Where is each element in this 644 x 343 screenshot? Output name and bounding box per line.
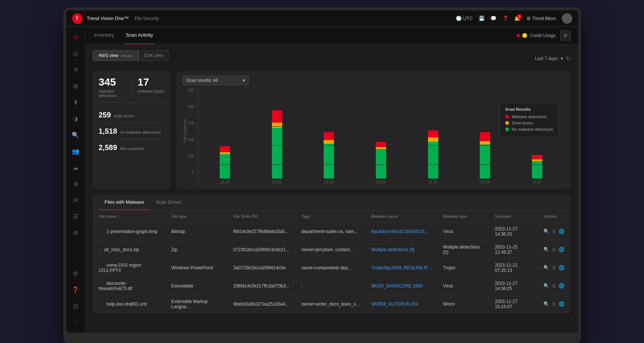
bar-date-label: 11-23 — [324, 180, 334, 184]
cell-tags: name=components dep... — [296, 259, 365, 277]
dropdown-arrow-icon: ▾ — [243, 78, 245, 83]
files-scanned-label: files scanned — [120, 146, 144, 151]
sidebar-item-xdr[interactable]: ✕ — [68, 62, 83, 77]
bar-group: 11-23 — [304, 132, 354, 184]
scan-errors-stat: 259 scan errors — [99, 107, 165, 123]
copy-action-icon[interactable]: ⧉ — [552, 301, 556, 307]
chat-icon[interactable]: 💬 — [490, 16, 496, 21]
col-malwaretype[interactable]: Malware type — [437, 210, 489, 223]
search-action-icon[interactable]: 🔍 — [543, 283, 549, 289]
files-scanned-number: 2,589 — [99, 143, 117, 152]
expand-arrow-icon[interactable]: › — [99, 247, 100, 252]
globe-action-icon[interactable]: 🌐 — [559, 283, 564, 289]
search-action-icon[interactable]: 🔍 — [543, 265, 549, 271]
copy-action-icon[interactable]: ⧉ — [552, 283, 556, 289]
search-action-icon[interactable]: 🔍 — [543, 229, 549, 234]
col-scanned[interactable]: Scanned — [489, 210, 538, 223]
bar-group: 11-27 — [513, 155, 562, 184]
col-filename[interactable]: File name ↑ — [93, 210, 166, 223]
bar-malware-seg — [324, 132, 334, 140]
cell-malwarename[interactable]: BKDR_NANOCORE.SMD — [365, 277, 437, 295]
globe-action-icon[interactable]: 🌐 — [559, 301, 564, 307]
globe-action-icon[interactable]: 🌐 — [559, 265, 564, 271]
cell-malwarename[interactable]: WORM_AUTORUN.ISV — [365, 295, 437, 313]
table-body: 1-presentation-graph.bmp Bitmap 6fd14c0e… — [93, 223, 571, 313]
search-action-icon[interactable]: 🔍 — [543, 301, 549, 307]
sidebar-item-help[interactable]: ❓ — [68, 282, 83, 297]
app-name: Trend Vision One™ — [87, 16, 129, 21]
sdk-view-button[interactable]: SDK view — [138, 50, 169, 61]
help-icon[interactable]: ❓ — [502, 16, 508, 21]
scan-results-dropdown[interactable]: Scan results: All ▾ — [182, 76, 249, 85]
sidebar-item-ops[interactable]: ⚙ — [68, 225, 83, 240]
bar-malware-seg — [480, 132, 490, 141]
cell-filename: › all_misc_docs.zip — [93, 241, 166, 259]
sidebar-item-email[interactable]: ✉ — [68, 193, 83, 207]
sidebar-item-terminal[interactable]: ⊡ — [68, 299, 83, 313]
settings-gear-button[interactable]: ⚙ — [560, 30, 571, 41]
screen: T Trend Vision One™ File Security 🕐 UTC … — [66, 10, 578, 333]
credit-usage[interactable]: 🪙 Credit Usage — [517, 33, 556, 38]
sidebar-item-identity[interactable]: ◑ — [68, 111, 83, 126]
col-sha256[interactable]: File SHA-256 — [227, 210, 296, 223]
col-tags[interactable]: Tags — [296, 210, 365, 223]
table-header-row: File name ↑ File type File SHA-256 Tags … — [93, 210, 571, 223]
bar-malware-seg — [272, 110, 282, 123]
tab-scan-activity[interactable]: Scan Activity — [124, 27, 155, 44]
app-subtitle: File Security — [135, 16, 159, 21]
tab-files-malware[interactable]: Files with Malware — [99, 195, 150, 210]
tab-inventory[interactable]: Inventory — [93, 27, 115, 44]
stacked-bar — [376, 142, 386, 179]
legend-no-malware: No malware detections — [505, 127, 553, 131]
cell-actions: 🔍 ⧉ 🌐 — [537, 259, 570, 277]
copy-action-icon[interactable]: ⧉ — [552, 265, 556, 271]
cell-scanned: 2023-11-21 07:25:13 — [489, 259, 538, 277]
cell-tags: - — [296, 277, 365, 295]
sidebar-item-users[interactable]: 👥 — [68, 144, 83, 159]
cell-malwaretype: Virus — [437, 277, 489, 295]
aws-view-button[interactable]: AWS view Preview — [93, 50, 139, 61]
bar-group: 11-24 — [357, 142, 406, 184]
top-stats: 345 malware detections 17 malware types — [99, 77, 165, 103]
sidebar-item-dashboard[interactable]: ⊙ — [68, 30, 83, 44]
notification-icon[interactable]: 🔔 2 — [514, 16, 520, 21]
sidebar-item-settings[interactable]: ⚙ — [68, 266, 83, 281]
stacked-bar — [324, 132, 334, 179]
globe-action-icon[interactable]: 🌐 — [559, 247, 564, 253]
time-filter-dropdown[interactable]: Last 7 days ▾ — [535, 56, 563, 61]
no-malware-label: no malware detections — [120, 130, 161, 134]
copy-action-icon[interactable]: ⧉ — [552, 229, 556, 234]
nav-tabs: Inventory Scan Activity — [93, 27, 155, 44]
sidebar-item-expand[interactable]: › — [68, 315, 83, 330]
refresh-icon[interactable]: ↻ — [566, 55, 571, 62]
sidebar-item-monitoring[interactable]: ◎ — [68, 46, 83, 61]
malware-types-stat: 17 malware types — [138, 77, 165, 98]
col-malwarename[interactable]: Malware name — [365, 210, 437, 223]
user-avatar[interactable] — [562, 13, 572, 24]
cell-malwarename[interactable]: Multiple detections (9) — [365, 241, 437, 259]
sidebar-item-upload[interactable]: ⬆ — [68, 95, 83, 110]
sidebar-item-search[interactable]: 🔍 — [68, 127, 83, 142]
sidebar-item-security[interactable]: ⊛ — [68, 176, 83, 191]
cell-malwarename[interactable]: Backdoor.Win32.NANOCO... — [365, 223, 437, 241]
nav-bar: Inventory Scan Activity 🪙 Credit Usage ⚙ — [85, 27, 578, 44]
tab-scan-errors[interactable]: Scan Errors — [150, 195, 187, 210]
utc-button[interactable]: 🕐 UTC — [456, 16, 473, 21]
copy-action-icon[interactable]: ⧉ — [552, 247, 556, 253]
col-filetype[interactable]: File type — [165, 210, 227, 223]
globe-action-icon[interactable]: 🌐 — [559, 229, 564, 234]
bar-no-malware-seg — [324, 144, 334, 179]
y-label-0: 0 — [182, 171, 196, 175]
data-table: File name ↑ File type File SHA-256 Tags … — [93, 210, 571, 313]
sidebar-item-grid[interactable]: ⊞ — [68, 79, 83, 93]
laptop-frame: T Trend Vision One™ File Security 🕐 UTC … — [63, 7, 581, 343]
legend-title: Scan Results — [505, 107, 553, 111]
bar-no-malware-seg — [532, 161, 542, 179]
search-action-icon[interactable]: 🔍 — [543, 247, 549, 253]
cell-sha256: 9beb33a5b327ea251d3a4... — [227, 295, 296, 313]
sidebar-item-cloud[interactable]: ☁ — [68, 160, 83, 175]
nav-right: 🪙 Credit Usage ⚙ — [517, 30, 570, 41]
save-icon[interactable]: 💾 — [479, 16, 485, 21]
sidebar-item-list[interactable]: ☰ — [68, 209, 83, 224]
cell-malwarename[interactable]: TrojanSpy.MSIL.REDLINE.R... — [365, 259, 437, 277]
